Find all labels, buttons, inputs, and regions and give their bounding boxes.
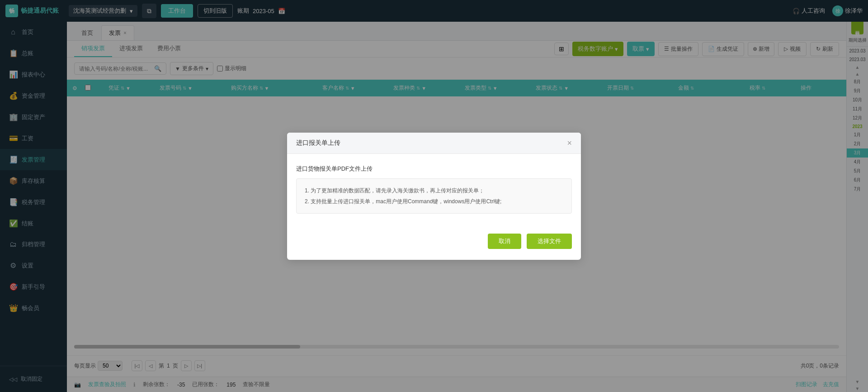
modal-header: 进口报关单上传 ×: [287, 133, 581, 154]
select-file-button[interactable]: 选择文件: [527, 234, 572, 249]
modal-info-box: 1. 为了更加精准的数据匹配，请先录入海关缴款书，再上传对应的报关单； 2. 支…: [296, 178, 572, 214]
modal-title: 进口报关单上传: [296, 139, 340, 147]
modal-instruction-1: 1. 为了更加精准的数据匹配，请先录入海关缴款书，再上传对应的报关单；: [305, 185, 563, 196]
modal-close-button[interactable]: ×: [567, 139, 572, 147]
cancel-button[interactable]: 取消: [488, 234, 521, 249]
modal-section-title: 进口货物报关单PDF文件上传: [296, 165, 572, 173]
modal-overlay: 进口报关单上传 × 进口货物报关单PDF文件上传 1. 为了更加精准的数据匹配，…: [0, 0, 868, 392]
modal-dialog: 进口报关单上传 × 进口货物报关单PDF文件上传 1. 为了更加精准的数据匹配，…: [287, 133, 581, 260]
modal-footer: 取消 选择文件: [287, 234, 581, 260]
modal-instruction-2: 2. 支持批量上传进口报关单，mac用户使用Command键，windows用户…: [305, 196, 563, 207]
modal-body: 进口货物报关单PDF文件上传 1. 为了更加精准的数据匹配，请先录入海关缴款书，…: [287, 154, 581, 234]
